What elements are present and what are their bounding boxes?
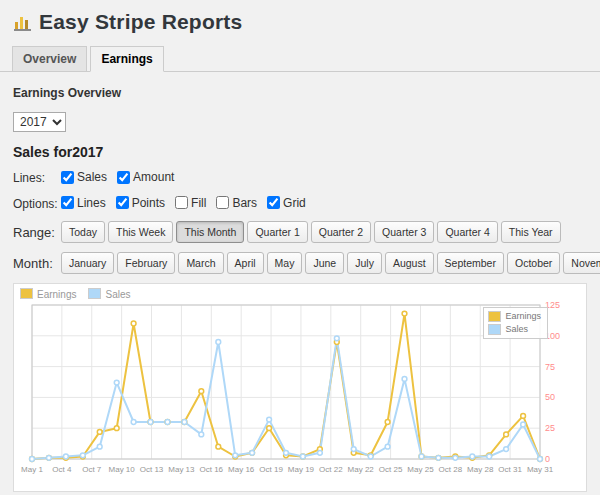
range-button-row: Range: TodayThis WeekThis MonthQuarter 1… — [13, 221, 587, 243]
month-march-button[interactable]: March — [178, 252, 223, 274]
lines-sales-label: Sales — [77, 170, 107, 184]
svg-text:Oct 7: Oct 7 — [82, 465, 102, 474]
legend-item-earnings: Earnings — [20, 288, 76, 300]
page-header: Easy Stripe Reports — [0, 0, 600, 36]
section-heading: Earnings Overview — [13, 86, 587, 100]
page-title: Easy Stripe Reports — [39, 10, 242, 34]
lines-filter-row: Lines: SalesAmount — [13, 170, 587, 187]
options-grid-label: Grid — [283, 196, 306, 210]
svg-text:Oct 28: Oct 28 — [439, 465, 463, 474]
svg-text:May 19: May 19 — [288, 465, 315, 474]
options-points-checkbox[interactable]: Points — [116, 196, 165, 210]
plugin-chart-icon — [14, 14, 31, 31]
options-bars-label: Bars — [232, 196, 257, 210]
range-quarter-1-button[interactable]: Quarter 1 — [247, 221, 307, 243]
range-label: Range: — [13, 225, 61, 240]
sales-heading: Sales for2017 — [13, 144, 587, 160]
options-bars-checkbox[interactable]: Bars — [216, 196, 257, 210]
chart-legend-top: EarningsSales — [18, 287, 582, 301]
year-select-row: 2017 — [13, 112, 587, 132]
svg-text:May 13: May 13 — [168, 465, 195, 474]
lines-amount-checkbox[interactable]: Amount — [117, 170, 174, 184]
svg-text:May 1: May 1 — [21, 465, 43, 474]
svg-text:Oct 22: Oct 22 — [319, 465, 343, 474]
options-filter-label: Options: — [13, 197, 61, 211]
month-button-group: JanuaryFebruaryMarchAprilMayJuneJulyAugu… — [61, 252, 600, 274]
legend-box-item-earnings: Earnings — [488, 310, 541, 323]
range-this-month-button[interactable]: This Month — [176, 221, 244, 243]
tab-overview[interactable]: Overview — [12, 46, 87, 72]
options-fill-label: Fill — [191, 196, 206, 210]
options-lines-label: Lines — [77, 196, 106, 210]
legend-box-item-sales: Sales — [488, 323, 541, 336]
options-lines-checkbox[interactable]: Lines — [61, 196, 106, 210]
options-points-label: Points — [132, 196, 165, 210]
month-april-button[interactable]: April — [227, 252, 264, 274]
lines-amount-input[interactable] — [117, 171, 130, 184]
range-quarter-3-button[interactable]: Quarter 3 — [374, 221, 434, 243]
lines-filter-label: Lines: — [13, 171, 61, 185]
tab-bar: OverviewEarnings — [0, 46, 600, 72]
svg-text:Oct 25: Oct 25 — [379, 465, 403, 474]
options-filter-row: Options: LinesPointsFillBarsGrid — [13, 196, 587, 213]
options-grid-input[interactable] — [267, 196, 280, 209]
month-july-button[interactable]: July — [347, 252, 382, 274]
range-quarter-2-button[interactable]: Quarter 2 — [311, 221, 371, 243]
svg-text:May 28: May 28 — [467, 465, 494, 474]
admin-page: Easy Stripe Reports OverviewEarnings Ear… — [0, 0, 600, 492]
svg-text:May 22: May 22 — [348, 465, 375, 474]
options-lines-input[interactable] — [61, 196, 74, 209]
chart-legend-box: EarningsSales — [483, 307, 548, 339]
range-quarter-4-button[interactable]: Quarter 4 — [437, 221, 497, 243]
month-january-button[interactable]: January — [61, 252, 114, 274]
svg-text:Oct 16: Oct 16 — [200, 465, 224, 474]
month-label: Month: — [13, 256, 61, 271]
chart-plot-area: May 1Oct 4Oct 7May 10Oct 13May 13Oct 16M… — [18, 301, 582, 486]
svg-text:Oct 4: Oct 4 — [52, 465, 72, 474]
lines-sales-checkbox[interactable]: Sales — [61, 170, 107, 184]
svg-text:May 16: May 16 — [228, 465, 255, 474]
year-select[interactable]: 2017 — [13, 112, 66, 132]
svg-text:50: 50 — [545, 392, 555, 402]
month-september-button[interactable]: September — [437, 252, 504, 274]
svg-text:25: 25 — [545, 423, 555, 433]
lines-checkbox-group: SalesAmount — [61, 170, 184, 187]
legend-item-sales: Sales — [88, 288, 130, 300]
svg-text:Oct 19: Oct 19 — [259, 465, 283, 474]
month-october-button[interactable]: October — [507, 252, 560, 274]
range-today-button[interactable]: Today — [61, 221, 105, 243]
lines-amount-label: Amount — [133, 170, 174, 184]
svg-text:May 31: May 31 — [527, 465, 554, 474]
svg-text:Oct 31: Oct 31 — [498, 465, 522, 474]
options-fill-checkbox[interactable]: Fill — [175, 196, 206, 210]
svg-text:75: 75 — [545, 362, 555, 372]
svg-text:Oct 13: Oct 13 — [140, 465, 164, 474]
earnings-chart: EarningsSales May 1Oct 4Oct 7May 10Oct 1… — [13, 283, 587, 492]
range-this-week-button[interactable]: This Week — [108, 221, 173, 243]
month-button-row: Month: JanuaryFebruaryMarchAprilMayJuneJ… — [13, 252, 587, 274]
options-points-input[interactable] — [116, 196, 129, 209]
svg-text:May 10: May 10 — [109, 465, 136, 474]
lines-sales-input[interactable] — [61, 171, 74, 184]
svg-text:May 25: May 25 — [407, 465, 434, 474]
svg-text:0: 0 — [545, 454, 550, 464]
month-february-button[interactable]: February — [117, 252, 175, 274]
options-fill-input[interactable] — [175, 196, 188, 209]
tab-earnings[interactable]: Earnings — [90, 46, 163, 72]
options-bars-input[interactable] — [216, 196, 229, 209]
options-grid-checkbox[interactable]: Grid — [267, 196, 306, 210]
month-november-button[interactable]: November — [563, 252, 600, 274]
month-august-button[interactable]: August — [385, 252, 434, 274]
month-june-button[interactable]: June — [305, 252, 344, 274]
options-checkbox-group: LinesPointsFillBarsGrid — [61, 196, 316, 213]
range-button-group: TodayThis WeekThis MonthQuarter 1Quarter… — [61, 221, 564, 243]
range-this-year-button[interactable]: This Year — [501, 221, 561, 243]
month-may-button[interactable]: May — [267, 252, 303, 274]
tab-content: Earnings Overview 2017 Sales for2017 Lin… — [0, 72, 600, 492]
